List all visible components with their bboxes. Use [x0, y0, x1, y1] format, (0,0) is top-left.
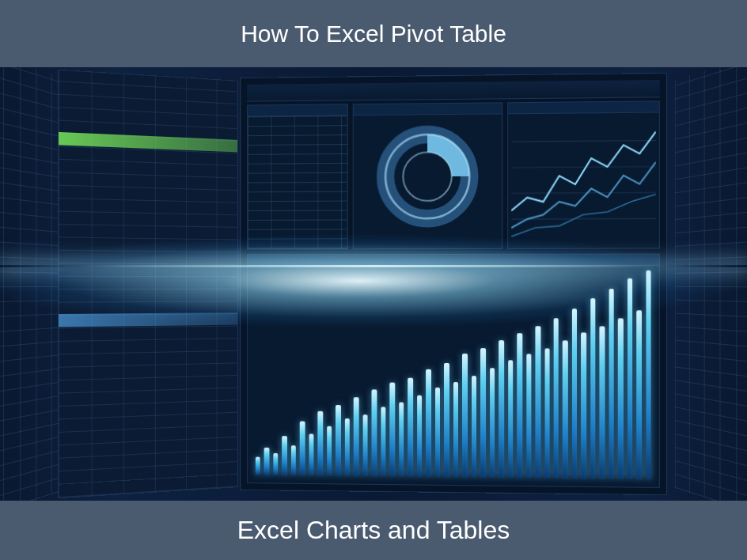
bar [372, 389, 377, 476]
bar [417, 395, 422, 477]
bar [345, 418, 350, 475]
bar-chart-panel [247, 254, 660, 488]
bar [544, 348, 550, 478]
page-title: How To Excel Pivot Table [241, 21, 506, 47]
bar [318, 411, 323, 475]
bar [381, 407, 385, 477]
bar [408, 377, 412, 476]
bar [426, 369, 430, 476]
bar [462, 354, 467, 477]
svg-line-4 [511, 167, 656, 168]
line-chart-icon [511, 115, 656, 245]
bar [554, 318, 559, 478]
bar-series [256, 271, 651, 479]
bar [309, 434, 313, 475]
bar [490, 368, 495, 477]
bar [646, 271, 651, 479]
bar [628, 278, 633, 479]
bar [590, 298, 596, 479]
svg-line-6 [511, 218, 656, 219]
bar [526, 354, 532, 478]
bar [600, 327, 605, 479]
bar [472, 376, 476, 477]
line-chart-panel [507, 100, 660, 249]
bar [572, 308, 578, 479]
dashboard-panel [240, 73, 667, 495]
header-banner: How To Excel Pivot Table [0, 0, 747, 67]
bar [300, 422, 305, 475]
bar [637, 311, 643, 479]
bar [444, 363, 449, 477]
bar [535, 327, 540, 479]
spreadsheet-panel [58, 70, 238, 498]
bar [273, 453, 278, 475]
bar [618, 319, 624, 479]
mini-table-panel [247, 104, 348, 249]
svg-point-2 [403, 152, 451, 201]
footer-banner: Excel Charts and Tables [0, 501, 747, 560]
bar [435, 388, 440, 477]
highlighted-row-blue [59, 312, 237, 327]
bar [264, 448, 269, 475]
bar [390, 382, 395, 476]
bar [399, 402, 404, 476]
bar [336, 405, 340, 476]
bar [563, 340, 568, 478]
bar [517, 333, 522, 478]
bar [282, 436, 287, 475]
bar [508, 360, 514, 478]
bar [362, 414, 367, 475]
hero-illustration [0, 67, 747, 501]
bar [499, 340, 504, 478]
bar [582, 332, 587, 479]
svg-line-5 [511, 193, 656, 194]
svg-line-3 [511, 141, 656, 142]
bar [480, 348, 486, 477]
footer-title: Excel Charts and Tables [237, 516, 510, 545]
dashboard-titlebar [247, 80, 660, 102]
bar [291, 446, 296, 475]
bar [256, 457, 260, 475]
decorative-grid-right [675, 67, 747, 501]
bar [354, 397, 358, 476]
bar [453, 382, 458, 478]
donut-chart-panel [353, 102, 502, 249]
donut-chart-icon [372, 120, 483, 232]
bar [327, 426, 332, 475]
bar [609, 289, 614, 479]
